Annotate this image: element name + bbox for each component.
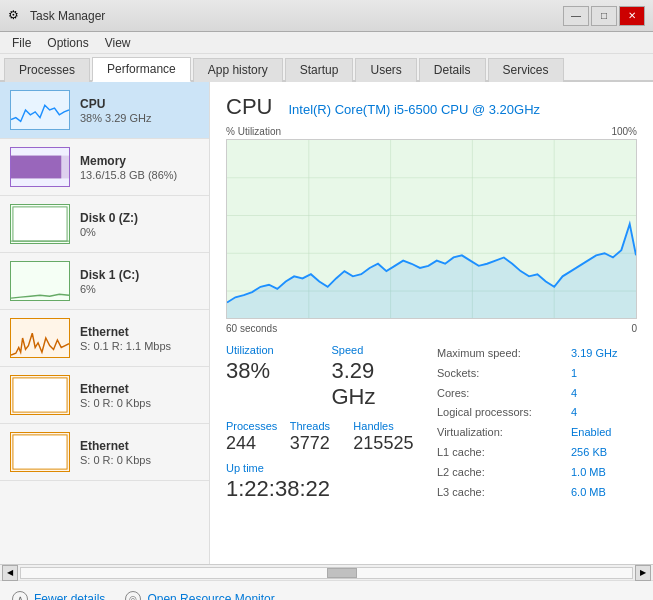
title-bar: ⚙ Task Manager — □ ✕	[0, 0, 653, 32]
main-content: CPU 38% 3.29 GHz Memory 13.6/15.8 GB (86…	[0, 82, 653, 564]
sidebar: CPU 38% 3.29 GHz Memory 13.6/15.8 GB (86…	[0, 82, 210, 564]
info-max-speed: Maximum speed: 3.19 GHz	[437, 344, 637, 364]
sidebar-item-eth1[interactable]: Ethernet S: 0 R: 0 Kbps	[0, 367, 209, 424]
threads-stat: Threads 3772	[290, 420, 354, 454]
info-val-virt: Enabled	[571, 423, 611, 443]
disk1-info: Disk 1 (C:) 6%	[80, 268, 199, 295]
maximize-button[interactable]: □	[591, 6, 617, 26]
handles-label: Handles	[353, 420, 417, 432]
info-val-sockets: 1	[571, 364, 577, 384]
resource-monitor-label: Open Resource Monitor	[147, 592, 274, 601]
chart-labels-bottom: 60 seconds 0	[226, 323, 637, 334]
panel-header: CPU Intel(R) Core(TM) i5-6500 CPU @ 3.20…	[226, 94, 637, 120]
eth0-value: S: 0.1 R: 1.1 Mbps	[80, 340, 199, 352]
processes-label: Processes	[226, 420, 290, 432]
scroll-right-arrow[interactable]: ▶	[635, 565, 651, 581]
memory-value: 13.6/15.8 GB (86%)	[80, 169, 199, 181]
threads-label: Threads	[290, 420, 354, 432]
processes-stat: Processes 244	[226, 420, 290, 454]
info-key-virt: Virtualization:	[437, 423, 567, 443]
resource-monitor-button[interactable]: ◎ Open Resource Monitor	[125, 591, 274, 601]
panel-subtitle: Intel(R) Core(TM) i5-6500 CPU @ 3.20GHz	[288, 102, 540, 117]
uptime-value: 1:22:38:22	[226, 476, 417, 502]
scroll-left-arrow[interactable]: ◀	[2, 565, 18, 581]
svg-rect-3	[13, 378, 67, 412]
info-column: Maximum speed: 3.19 GHz Sockets: 1 Cores…	[437, 344, 637, 502]
sidebar-item-memory[interactable]: Memory 13.6/15.8 GB (86%)	[0, 139, 209, 196]
speed-label: Speed	[332, 344, 418, 356]
processes-value: 244	[226, 433, 290, 454]
window-title: Task Manager	[30, 9, 105, 23]
cpu-label: CPU	[80, 97, 199, 111]
speed-value: 3.29 GHz	[332, 358, 418, 410]
info-key-l2: L2 cache:	[437, 463, 567, 483]
bottom-bar: ∧ Fewer details ◎ Open Resource Monitor	[0, 580, 653, 600]
disk0-value: 0%	[80, 226, 199, 238]
disk1-value: 6%	[80, 283, 199, 295]
info-sockets: Sockets: 1	[437, 364, 637, 384]
fewer-details-icon: ∧	[12, 591, 28, 601]
info-val-l3: 6.0 MB	[571, 483, 606, 503]
scroll-thumb[interactable]	[327, 568, 357, 578]
eth2-info: Ethernet S: 0 R: 0 Kbps	[80, 439, 199, 466]
info-key-l1: L1 cache:	[437, 443, 567, 463]
uptime-stat: Up time 1:22:38:22	[226, 462, 417, 502]
eth2-label: Ethernet	[80, 439, 199, 453]
tab-services[interactable]: Services	[488, 58, 564, 82]
tab-bar: Processes Performance App history Startu…	[0, 54, 653, 82]
disk0-label: Disk 0 (Z:)	[80, 211, 199, 225]
minimize-button[interactable]: —	[563, 6, 589, 26]
info-logical: Logical processors: 4	[437, 403, 637, 423]
info-key-l3: L3 cache:	[437, 483, 567, 503]
info-val-cores: 4	[571, 384, 577, 404]
stats-main: Utilization 38% Speed 3.29 GHz	[226, 344, 417, 410]
info-val-logical: 4	[571, 403, 577, 423]
utilization-value: 38%	[226, 358, 312, 384]
menu-file[interactable]: File	[4, 34, 39, 52]
cpu-chart	[226, 139, 637, 319]
disk0-thumb	[10, 204, 70, 244]
menu-options[interactable]: Options	[39, 34, 96, 52]
svg-rect-4	[13, 435, 67, 469]
tab-processes[interactable]: Processes	[4, 58, 90, 82]
utilization-label: Utilization	[226, 344, 312, 356]
memory-thumb	[10, 147, 70, 187]
tab-startup[interactable]: Startup	[285, 58, 354, 82]
info-key-cores: Cores:	[437, 384, 567, 404]
close-button[interactable]: ✕	[619, 6, 645, 26]
fewer-details-button[interactable]: ∧ Fewer details	[12, 591, 105, 601]
fewer-details-label: Fewer details	[34, 592, 105, 601]
cpu-thumb	[10, 90, 70, 130]
info-l2: L2 cache: 1.0 MB	[437, 463, 637, 483]
disk1-thumb	[10, 261, 70, 301]
sidebar-item-disk1[interactable]: Disk 1 (C:) 6%	[0, 253, 209, 310]
tab-details[interactable]: Details	[419, 58, 486, 82]
tab-users[interactable]: Users	[355, 58, 416, 82]
info-table: Maximum speed: 3.19 GHz Sockets: 1 Cores…	[437, 344, 637, 502]
chart-labels-top: % Utilization 100%	[226, 126, 637, 137]
stats-secondary: Processes 244 Threads 3772 Handles 21552…	[226, 420, 417, 454]
handles-value: 215525	[353, 433, 417, 454]
scroll-track[interactable]	[20, 567, 633, 579]
info-val-l2: 1.0 MB	[571, 463, 606, 483]
sidebar-item-eth0[interactable]: Ethernet S: 0.1 R: 1.1 Mbps	[0, 310, 209, 367]
tab-apphistory[interactable]: App history	[193, 58, 283, 82]
menu-view[interactable]: View	[97, 34, 139, 52]
app-icon: ⚙	[8, 8, 24, 24]
sidebar-item-eth2[interactable]: Ethernet S: 0 R: 0 Kbps	[0, 424, 209, 481]
panel-title: CPU	[226, 94, 272, 120]
memory-info: Memory 13.6/15.8 GB (86%)	[80, 154, 199, 181]
chart-time-end: 0	[631, 323, 637, 334]
info-virt: Virtualization: Enabled	[437, 423, 637, 443]
info-l1: L1 cache: 256 KB	[437, 443, 637, 463]
disk1-label: Disk 1 (C:)	[80, 268, 199, 282]
sidebar-item-cpu[interactable]: CPU 38% 3.29 GHz	[0, 82, 209, 139]
sidebar-item-disk0[interactable]: Disk 0 (Z:) 0%	[0, 196, 209, 253]
menu-bar: File Options View	[0, 32, 653, 54]
threads-value: 3772	[290, 433, 354, 454]
memory-label: Memory	[80, 154, 199, 168]
eth2-thumb	[10, 432, 70, 472]
tab-performance[interactable]: Performance	[92, 57, 191, 82]
svg-rect-1	[11, 156, 61, 179]
svg-rect-2	[13, 207, 67, 241]
